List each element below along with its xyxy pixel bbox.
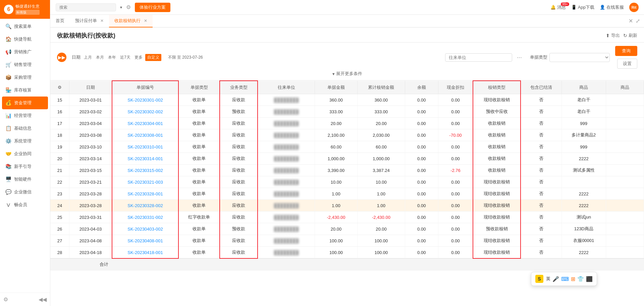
filter-partner-more-icon[interactable]: ··· — [514, 54, 525, 61]
cell-balance: 0.00 — [405, 118, 438, 129]
app-download-button[interactable]: 📱 App下载 — [571, 4, 594, 10]
bill-no-link[interactable]: SK-20230403-002 — [127, 227, 163, 232]
tab-writeoff-close[interactable]: ✕ — [144, 18, 147, 23]
filter-expand-link[interactable]: ▾ 展开更多条件 — [332, 71, 362, 77]
cell-partner: ████████ — [258, 94, 315, 106]
th-balance: 余额 — [405, 81, 438, 94]
cell-num: 27 — [50, 235, 69, 247]
sidebar-item-member[interactable]: V 畅会员 — [0, 198, 50, 211]
sidebar-item-purchase[interactable]: 📦 采购管理 — [0, 71, 50, 84]
cell-writeoff-type: 收款核销 — [473, 129, 521, 141]
th-discount: 现金折扣 — [438, 81, 473, 94]
sidebar-item-quicknav[interactable]: 🏠 快捷导航 — [0, 33, 50, 46]
collapse-icon[interactable]: ◀◀ — [39, 296, 47, 303]
sidebar-item-hardware[interactable]: 🖥️ 智能硬件 — [0, 173, 50, 186]
filter-partner-input[interactable] — [445, 53, 512, 62]
cell-writeoff-type: 现结收款核销 — [473, 188, 521, 200]
bill-no-link[interactable]: SK-20230314-001 — [127, 156, 163, 161]
bill-no-link[interactable]: SK-20230308-001 — [127, 133, 163, 138]
bill-no-link[interactable]: SK-20230302-002 — [127, 109, 163, 114]
filter-billtype-select[interactable] — [549, 53, 610, 62]
ime-square-icon[interactable]: ⬛ — [586, 276, 593, 282]
inventory-icon: 🏪 — [5, 87, 11, 93]
footer-settled — [521, 258, 561, 270]
tab-writeoff[interactable]: 收款核销执行 ✕ — [109, 15, 153, 27]
partner-value: ████████ — [274, 250, 299, 255]
filter-settings-button[interactable]: 设置 — [617, 59, 637, 69]
filter-date-thismonth[interactable]: 本月 — [95, 54, 105, 61]
bill-no-link[interactable]: SK-20230315-002 — [127, 168, 163, 173]
sidebar-item-guide[interactable]: 📚 新手引导 — [0, 160, 50, 173]
tab-payable-close[interactable]: ✕ — [100, 18, 104, 23]
tab-close-all-icon[interactable]: ✕ — [629, 18, 633, 24]
bill-no-link[interactable]: SK-20230418-001 — [127, 250, 163, 255]
th-goods: 商品 — [561, 81, 606, 94]
topbar-dropdown[interactable]: ▾ — [120, 5, 122, 10]
tab-payable[interactable]: 预计应付单 ✕ — [70, 15, 109, 27]
filter-date-options: 上月 本月 本年 近7天 更多 自定义 — [83, 54, 161, 61]
refresh-button[interactable]: ↻ 刷新 — [623, 33, 637, 39]
bill-no-link[interactable]: SK-20230328-002 — [127, 203, 163, 208]
ime-keyboard-icon[interactable]: ⌨ — [561, 276, 569, 282]
tab-home[interactable]: 首页 — [50, 15, 70, 27]
cell-bill-no: SK-20230310-001 — [112, 141, 178, 153]
filter-date-more[interactable]: 更多 — [133, 54, 144, 61]
sidebar-item-wechat[interactable]: 💬 企业微信 — [0, 186, 50, 198]
ime-mic-icon[interactable]: 🎤 — [552, 276, 559, 282]
bill-no-link[interactable]: SK-20230301-002 — [127, 98, 163, 103]
cell-partner: ████████ — [258, 223, 315, 235]
sidebar-item-enterprise[interactable]: 🤝 企业协同 — [0, 147, 50, 160]
sidebar-item-funds[interactable]: 💰 资金管理 — [2, 97, 48, 109]
notifications-button[interactable]: 🔔 消息 99+ — [550, 4, 566, 10]
industry-solution-button[interactable]: 体验行业方案 — [135, 3, 170, 12]
cell-discount: 0.00 — [438, 176, 473, 188]
bill-no-link[interactable]: SK-20230328-001 — [127, 191, 163, 196]
sidebar-item-marketing[interactable]: 📢 营销推广 — [0, 46, 50, 58]
avatar[interactable]: Rit — [629, 3, 639, 12]
column-settings-icon[interactable]: ⚙ — [58, 85, 62, 90]
bill-no-link[interactable]: SK-20230408-001 — [127, 238, 163, 243]
tab-fullscreen-icon[interactable]: ⤢ — [636, 18, 640, 24]
table-row: 16 2023-03-02 SK-20230302-002 收款单 预收款 ██… — [50, 106, 644, 118]
filter-date-7days[interactable]: 近7天 — [119, 54, 132, 61]
th-gear[interactable]: ⚙ — [50, 81, 69, 94]
filter-date-lastmonth[interactable]: 上月 — [83, 54, 93, 61]
partner-value: ████████ — [274, 98, 299, 103]
page-header: 收款核销执行(按收款) ⬆ 导出 ↻ 刷新 — [50, 27, 644, 43]
search-icon: 🔍 — [5, 23, 11, 29]
filter-query-button[interactable]: 查询 — [615, 46, 637, 56]
topbar-gear-icon[interactable]: ⚙ — [126, 4, 131, 10]
table-footer-row: 合计 — [50, 258, 644, 270]
bill-no-link[interactable]: SK-20230331-002 — [127, 215, 163, 220]
sidebar-item-inventory[interactable]: 🏪 库存核算 — [0, 84, 50, 97]
cell-num: 25 — [50, 211, 69, 223]
cell-cum-writeoff: 1.00 — [358, 188, 405, 200]
sidebar-item-operations[interactable]: 📊 经营管理 — [0, 109, 50, 122]
ime-shirt-icon[interactable]: 👕 — [577, 276, 584, 282]
online-service-button[interactable]: 👤 在线客服 — [600, 4, 624, 10]
settings-icon[interactable]: ⚙ — [3, 296, 8, 303]
cell-date: 2023-03-01 — [69, 94, 112, 106]
sidebar-item-search[interactable]: 🔍 搜索菜单 — [0, 20, 50, 33]
cell-writeoff-type: 预收中应收 — [473, 106, 521, 118]
sidebar-item-basic[interactable]: 📋 基础信息 — [0, 122, 50, 135]
cell-biz-type: 预收款 — [220, 223, 258, 235]
cell-goods2 — [606, 188, 644, 200]
filter-date-custom[interactable]: 自定义 — [145, 54, 161, 61]
cell-writeoff-type: 收款核销 — [473, 118, 521, 129]
cell-goods: 999 — [561, 118, 606, 129]
filter-expand-button[interactable]: ▶▶ — [57, 53, 66, 62]
filter-date-thisyear[interactable]: 本年 — [107, 54, 117, 61]
export-button[interactable]: ⬆ 导出 — [606, 33, 620, 39]
cell-bill-type: 收款单 — [178, 235, 220, 247]
ime-grid-icon[interactable]: ⊞ — [571, 276, 575, 282]
cell-cum-writeoff: 1,000.00 — [358, 153, 405, 165]
sidebar-item-system[interactable]: ⚙️ 系统管理 — [0, 135, 50, 147]
bill-no-link[interactable]: SK-20230310-001 — [127, 144, 163, 149]
bill-no-link[interactable]: SK-20230304-001 — [127, 121, 163, 126]
cell-amount: 60.00 — [315, 141, 357, 153]
cell-date: 2023-03-28 — [69, 200, 112, 211]
topbar-search-input[interactable] — [56, 3, 116, 11]
sidebar-item-sales[interactable]: 🛒 销售管理 — [0, 58, 50, 71]
bill-no-link[interactable]: SK-20230321-003 — [127, 180, 163, 185]
